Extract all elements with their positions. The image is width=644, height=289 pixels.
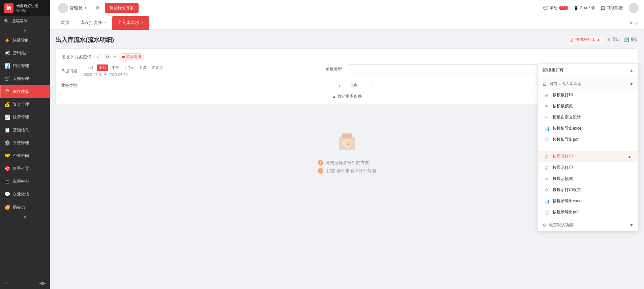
- date-shortcut-this-month[interactable]: 本月: [97, 64, 108, 71]
- sidebar-item-quick-nav[interactable]: ⚡ 快捷导航: [0, 34, 50, 47]
- date-shortcut-prev-month[interactable]: 上月: [84, 64, 95, 71]
- sidebar-item-sales[interactable]: 📊 销售管理: [0, 59, 50, 72]
- tab-flow[interactable]: 出入库流水 ×: [112, 16, 149, 30]
- company-name: 畅捷通好生意: [16, 3, 38, 8]
- system-icon: ⚙️: [4, 140, 10, 146]
- sidebar-nav: ▲ ⚡ 快捷导航 📢 营销推广 📊 销售管理 🛒 采购管理 📦 库存核算 💰 资…: [0, 26, 50, 277]
- pdf-icon: 📄: [545, 137, 549, 142]
- default-function-label: 设置默认功能: [549, 222, 630, 228]
- dropdown-display-preview[interactable]: 👁 按显示预览: [538, 173, 638, 184]
- date-shortcut-more[interactable]: 更多: [137, 64, 149, 71]
- sidebar-scroll-up[interactable]: ▲: [0, 26, 50, 34]
- tab-home[interactable]: 首页: [55, 16, 75, 30]
- filter-settings-button[interactable]: ⚙: [104, 54, 111, 60]
- printer-icon: 🖨: [570, 37, 574, 42]
- collapse-sidebar-icon[interactable]: ◀▶: [39, 281, 46, 286]
- topbar-gear-button[interactable]: ⚙: [93, 3, 102, 13]
- sidebar-item-newcomer[interactable]: 🎯 新手引导: [0, 162, 50, 175]
- sales-icon: 📊: [4, 63, 10, 69]
- dropdown-template-preview[interactable]: 👁 按模板预览: [538, 101, 638, 112]
- date-shortcut-7days[interactable]: 近7天: [122, 64, 136, 71]
- sidebar-search[interactable]: 🔍 搜索菜单: [0, 16, 50, 26]
- page-header: 出入库流水(流水明细) 🖨 按模板打印 ▲ ⬆ 导出 🔄 刷新: [55, 35, 639, 44]
- messages-button[interactable]: 💬 消息 99+: [543, 5, 568, 11]
- filter-add-button[interactable]: +: [94, 54, 101, 60]
- refresh-button[interactable]: 🔄 刷新: [624, 37, 639, 43]
- empty-illustration: 😊: [333, 129, 360, 156]
- tabs-close-all-button[interactable]: ✕: [629, 20, 633, 26]
- print-template-button[interactable]: 🖨 按模板打印 ▲: [567, 35, 603, 44]
- sidebar-item-label: 快捷导航: [13, 37, 29, 43]
- design-icon: ✏: [545, 115, 549, 120]
- dropdown-footer[interactable]: ⚙ 设置默认功能 ▼: [538, 219, 638, 231]
- customer-service-button[interactable]: 🎧 在线客服: [601, 5, 623, 11]
- sidebar-item-member[interactable]: 👑 畅会员: [0, 201, 50, 213]
- sidebar-item-wechat[interactable]: 💬 企业微信: [0, 188, 50, 201]
- printer-small-icon: 🖨: [543, 82, 547, 86]
- sidebar-item-label: 销售管理: [13, 63, 29, 69]
- template-export-pdf-label: 按模板导出pdf: [553, 137, 579, 142]
- export-button[interactable]: ⬆ 导出: [607, 37, 620, 43]
- sidebar-item-marketing[interactable]: 📢 营销推广: [0, 47, 50, 59]
- user-avatar[interactable]: [628, 3, 639, 13]
- dropdown-template-export-excel[interactable]: 📊 按模板导出excel: [538, 123, 638, 134]
- dropdown-display-export-excel[interactable]: 📊 按显示导出excel: [538, 195, 638, 207]
- dropdown-current-header: 🖨 当前：出入库流水 ▼: [538, 78, 638, 89]
- sidebar-item-system[interactable]: ⚙️ 系统管理: [0, 136, 50, 149]
- tab-batch-accounts[interactable]: 库存批次账 ×: [75, 16, 112, 30]
- user-chevron-icon: ▼: [84, 6, 87, 10]
- user-dropdown[interactable]: 管理员 ▼: [55, 2, 90, 15]
- dropdown-display-export-pdf[interactable]: 📄 按显示导出pdf: [538, 207, 638, 218]
- current-chevron-icon[interactable]: ▼: [630, 82, 634, 86]
- sidebar-item-label: 采购管理: [13, 76, 29, 82]
- export-icon: ⬆: [607, 37, 611, 42]
- template-custom-label: 模板自定义设计: [553, 114, 581, 120]
- dropdown-template-print[interactable]: 🖨 按模板打印: [538, 89, 638, 101]
- dropdown-collapse-icon[interactable]: ▲: [629, 68, 634, 73]
- sidebar-item-label: 应用中心: [13, 179, 29, 184]
- dropdown-template-export-pdf[interactable]: 📄 按模板导出pdf: [538, 134, 638, 145]
- dropdown-display-section-header[interactable]: 🖨 按显示打印 ▲: [538, 151, 638, 162]
- filter-date-item: 单据日期 上月 本月 本年 近7天 更多 自定义 2023-06-01 至 20…: [61, 64, 320, 77]
- sidebar-item-operations[interactable]: 📈 经营管理: [0, 111, 50, 124]
- dropdown-display-print-settings[interactable]: ⚙ 按显示打印设置: [538, 184, 638, 195]
- industry-button[interactable]: 体验行业方案: [105, 3, 139, 13]
- filter-tag-label: 流水明细: [126, 54, 141, 59]
- page-actions: 🖨 按模板打印 ▲ ⬆ 导出 🔄 刷新: [567, 35, 639, 44]
- warehouse-label: 仓库: [350, 83, 370, 88]
- export-label: 导出: [612, 37, 620, 43]
- sidebar-item-cooperation[interactable]: 🤝 企业协同: [0, 149, 50, 162]
- tab-flow-close[interactable]: ×: [141, 20, 144, 25]
- sidebar-item-app-center[interactable]: 📱 应用中心: [0, 175, 50, 188]
- version-label: 标准版: [16, 8, 38, 13]
- dropdown-current-section: 🖨 当前：出入库流水 ▼ 🖨 按模板打印 👁 按模板预览 ✏ 模板自定义设计: [538, 77, 638, 147]
- refresh-label: 刷新: [631, 37, 639, 43]
- sidebar-item-inventory[interactable]: 📦 库存核算: [0, 85, 50, 98]
- tabs-expand-button[interactable]: ⤢: [635, 20, 639, 26]
- template-export-excel-label: 按模板导出excel: [553, 126, 582, 131]
- filter-active-tag[interactable]: 流水明细: [119, 53, 144, 60]
- settings-icon[interactable]: ⚙: [4, 281, 8, 286]
- empty-tips-list: 1 请先选择要分析的方案 2 用[选]条件来缩小分析范围: [318, 160, 376, 176]
- app-download-button[interactable]: 📱 App下载: [574, 5, 595, 11]
- date-shortcut-custom[interactable]: 自定义: [150, 64, 165, 71]
- date-shortcut-this-year[interactable]: 本年: [110, 64, 121, 71]
- collapse-label: 收起更多条件: [338, 94, 362, 99]
- sidebar-item-finance[interactable]: 💰 资金管理: [0, 98, 50, 111]
- filter-business-type-item: 业务类型 ▼: [61, 81, 344, 90]
- print-icon: 🖨: [545, 93, 549, 98]
- page-title: 出入库流水(流水明细): [55, 36, 114, 44]
- sidebar-item-purchase[interactable]: 🛒 采购管理: [0, 72, 50, 85]
- sidebar-item-basic-info[interactable]: 📋 基础信息: [0, 124, 50, 136]
- dropdown-template-custom[interactable]: ✏ 模板自定义设计: [538, 112, 638, 123]
- messages-badge: 99+: [559, 6, 568, 10]
- business-type-select[interactable]: ▼: [84, 81, 344, 90]
- sidebar-scroll-down[interactable]: ▼: [0, 213, 50, 221]
- filter-collapse-button[interactable]: «: [113, 54, 116, 60]
- dropdown-display-print[interactable]: 🖨 按显示打印: [538, 162, 638, 173]
- search-label: 搜索菜单: [11, 18, 27, 24]
- sidebar-item-label: 新手引导: [13, 166, 29, 172]
- sidebar-item-label: 基础信息: [13, 127, 29, 133]
- print-settings-icon: ⚙: [545, 188, 549, 192]
- tab-batch-accounts-close[interactable]: ×: [104, 20, 107, 25]
